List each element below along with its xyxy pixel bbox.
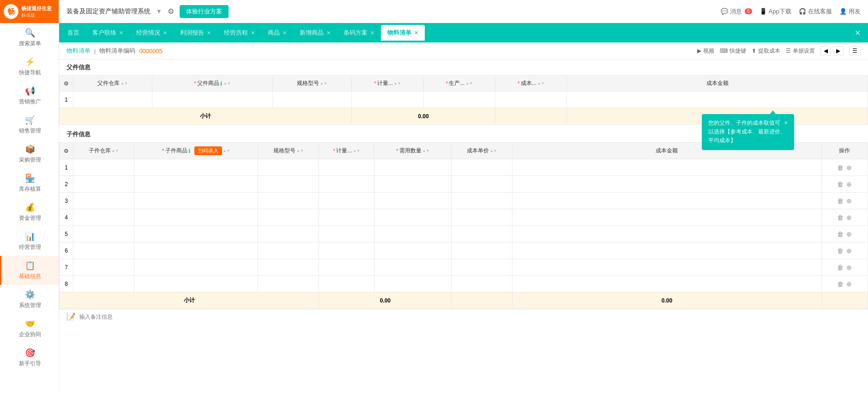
delete-icon[interactable]: 🗑 (837, 230, 844, 238)
child-unit-cell[interactable] (319, 226, 374, 242)
video-button[interactable]: ▶ 视频 (697, 47, 714, 55)
sidebar-item-system[interactable]: ⚙️系统管理 (0, 285, 59, 314)
child-unit-cell[interactable] (319, 209, 374, 226)
child-warehouse-cell[interactable] (73, 209, 134, 226)
parent-spec-cell[interactable] (272, 91, 351, 108)
child-spec-cell[interactable] (258, 259, 319, 276)
tab-profit[interactable]: 利润报告✕ (174, 25, 217, 41)
copy-icon[interactable]: ⊕ (846, 280, 852, 288)
tab-barcode[interactable]: 条码方案✕ (337, 25, 381, 41)
child-spec-cell[interactable] (258, 242, 319, 259)
delete-icon[interactable]: 🗑 (837, 280, 844, 288)
sidebar-item-quick-nav[interactable]: ⚡快捷导航 (0, 52, 59, 81)
child-warehouse-cell[interactable] (73, 226, 134, 242)
child-spec-cell[interactable] (258, 193, 319, 209)
child-col-settings[interactable]: ⚙ (60, 143, 73, 159)
prev-button[interactable]: ◀ (820, 46, 831, 55)
gear-icon[interactable]: ⚙ (168, 7, 174, 16)
child-qty-cell[interactable] (374, 193, 452, 209)
child-unit-cost-cell[interactable] (452, 159, 512, 176)
close-all-icon[interactable]: ✕ (851, 29, 864, 37)
child-product-cell[interactable] (134, 176, 258, 193)
scan-button[interactable]: 扫码录入 (194, 146, 222, 155)
tab-history[interactable]: 经营历程✕ (217, 25, 261, 41)
child-unit-cell[interactable] (319, 176, 374, 193)
sidebar-item-marketing[interactable]: 📢营销推广 (0, 81, 59, 110)
tooltip-close-button[interactable]: × (784, 119, 788, 127)
child-unit-cell[interactable] (319, 242, 374, 259)
tab-close-history[interactable]: ✕ (251, 30, 255, 36)
copy-icon[interactable]: ⊕ (846, 230, 852, 238)
app-download-button[interactable]: 📱 App下载 (760, 7, 791, 16)
sidebar-item-guide[interactable]: 🎯新手引导 (0, 343, 59, 372)
child-unit-cost-cell[interactable] (452, 226, 512, 242)
next-button[interactable]: ▶ (833, 46, 844, 55)
shortcut-button[interactable]: ⌨ 快捷键 (720, 47, 746, 55)
copy-icon[interactable]: ⊕ (846, 214, 852, 221)
delete-icon[interactable]: 🗑 (837, 247, 844, 254)
copy-icon[interactable]: ⊕ (846, 164, 852, 171)
delete-icon[interactable]: 🗑 (837, 197, 844, 205)
child-sort6[interactable]: ▲▼ (490, 149, 497, 153)
delete-icon[interactable]: 🗑 (837, 214, 844, 221)
child-warehouse-cell[interactable] (73, 276, 134, 292)
delete-icon[interactable]: 🗑 (837, 264, 844, 271)
user-button[interactable]: 👤 用友 (839, 7, 861, 16)
child-product-cell[interactable] (134, 226, 258, 242)
child-qty-cell[interactable] (374, 242, 452, 259)
child-sort5[interactable]: ▲▼ (422, 149, 430, 153)
sort-icon3[interactable]: ▲▼ (320, 82, 327, 85)
tab-close-bom[interactable]: ✕ (414, 30, 418, 36)
tab-bom[interactable]: 物料清单✕ (381, 25, 425, 41)
parent-unit-cell[interactable] (352, 91, 423, 108)
child-unit-cost-cell[interactable] (452, 209, 512, 226)
child-unit-cell[interactable] (319, 276, 374, 292)
tab-close-goods[interactable]: ✕ (283, 30, 287, 36)
menu-button[interactable]: ☰ (849, 46, 861, 55)
tab-close-new-goods[interactable]: ✕ (326, 30, 331, 36)
tab-close-barcode[interactable]: ✕ (370, 30, 374, 36)
tab-customers[interactable]: 客户联络✕ (86, 25, 130, 41)
child-product-cell[interactable] (134, 209, 258, 226)
child-warehouse-cell[interactable] (73, 242, 134, 259)
child-unit-cost-cell[interactable] (452, 276, 512, 292)
child-spec-cell[interactable] (258, 226, 319, 242)
child-unit-cell[interactable] (319, 159, 374, 176)
child-sort1[interactable]: ▲▼ (112, 149, 119, 153)
child-qty-cell[interactable] (374, 159, 452, 176)
child-warehouse-cell[interactable] (73, 159, 134, 176)
breadcrumb-item-1[interactable]: 物料清单 (66, 47, 90, 55)
delete-icon[interactable]: 🗑 (837, 181, 844, 188)
sidebar-item-inventory[interactable]: 🏪库存核算 (0, 169, 59, 198)
sidebar-item-sales[interactable]: 🛒销售管理 (0, 110, 59, 139)
parent-production-cell[interactable] (423, 91, 495, 108)
child-qty-cell[interactable] (374, 259, 452, 276)
child-unit-cell[interactable] (319, 259, 374, 276)
child-qty-cell[interactable] (374, 226, 452, 242)
child-qty-cell[interactable] (374, 176, 452, 193)
child-unit-cost-cell[interactable] (452, 193, 512, 209)
tab-new-goods[interactable]: 新增商品✕ (293, 25, 337, 41)
tab-close-operations[interactable]: ✕ (163, 30, 167, 36)
parent-col-settings[interactable]: ⚙ (60, 76, 73, 91)
child-qty-cell[interactable] (374, 276, 452, 292)
child-product-cell[interactable] (134, 259, 258, 276)
child-spec-cell[interactable] (258, 276, 319, 292)
parent-product-cell[interactable] (152, 91, 273, 108)
sidebar-item-basic-info[interactable]: 📋基础信息 (0, 256, 59, 285)
parent-cost-cell[interactable] (495, 91, 567, 108)
child-qty-cell[interactable] (374, 209, 452, 226)
parent-warehouse-cell[interactable] (73, 91, 152, 108)
delete-icon[interactable]: 🗑 (837, 164, 844, 171)
child-product-cell[interactable] (134, 276, 258, 292)
tab-home[interactable]: 首页 (61, 25, 86, 41)
tab-goods[interactable]: 商品✕ (261, 25, 293, 41)
single-setting-button[interactable]: ☰ 单据设置 (786, 47, 815, 55)
child-warehouse-cell[interactable] (73, 193, 134, 209)
sort-icon2[interactable]: ▲▼ (223, 82, 231, 85)
copy-icon[interactable]: ⊕ (846, 181, 852, 188)
sidebar-item-search[interactable]: 🔍搜索菜单 (0, 23, 59, 52)
child-product-cell[interactable] (134, 193, 258, 209)
trial-button[interactable]: 体验行业方案 (180, 5, 229, 18)
note-input[interactable] (79, 314, 861, 320)
